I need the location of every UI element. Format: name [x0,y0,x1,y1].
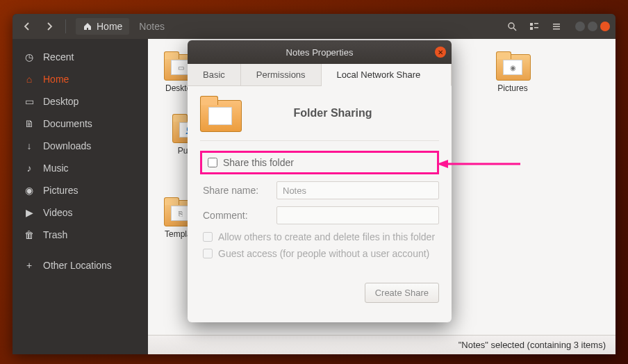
annotation-highlight: Share this folder [200,151,439,174]
svg-rect-5 [534,27,538,28]
comment-label: Comment: [203,210,270,221]
svg-rect-6 [553,24,560,25]
svg-rect-7 [553,26,560,28]
forward-button[interactable] [40,17,58,35]
statusbar: "Notes" selected (containing 3 items) [148,335,615,354]
home-icon: ⌂ [24,74,35,85]
search-button[interactable] [503,17,521,35]
hamburger-icon [552,22,561,31]
breadcrumb-notes[interactable]: Notes [132,18,172,35]
svg-line-1 [513,28,516,31]
breadcrumb-home[interactable]: Home [76,18,129,35]
svg-rect-3 [534,23,538,24]
plus-icon: + [24,260,35,271]
dialog-button-row: Create Share [200,283,439,303]
music-icon: ♪ [24,163,35,174]
desktop-icon: ▭ [24,96,35,107]
trash-icon: 🗑 [24,229,35,240]
download-icon: ↓ [24,140,35,151]
divider [200,140,439,141]
dialog-titlebar: Notes Properties ✕ [188,40,452,64]
minimize-button[interactable] [575,22,585,31]
guest-access-row: Guest access (for people without a user … [200,248,439,259]
sidebar-item-documents[interactable]: 🗎Documents [13,113,148,135]
document-icon: 🗎 [24,118,35,129]
annotation-arrow-icon [437,157,520,171]
sidebar-item-downloads[interactable]: ↓Downloads [13,135,148,157]
allow-others-row: Allow others to create and delete files … [200,231,439,242]
maximize-button[interactable] [588,22,597,31]
view-toggle-button[interactable] [525,17,543,35]
share-name-input[interactable] [276,181,439,199]
sidebar-item-pictures[interactable]: ◉Pictures [13,179,148,201]
svg-rect-8 [553,28,560,30]
svg-rect-4 [530,27,533,30]
list-icon [529,22,539,31]
breadcrumb: Home Notes [76,18,172,35]
dialog-title: Notes Properties [286,47,354,58]
sidebar-item-desktop[interactable]: ▭Desktop [13,90,148,113]
sidebar-item-other-locations[interactable]: +Other Locations [13,254,148,276]
allow-others-checkbox[interactable] [203,232,213,242]
sidebar-item-videos[interactable]: ▶Videos [13,201,148,224]
titlebar-right [503,17,610,35]
titlebar: Home Notes [13,14,615,39]
window-close-button[interactable] [600,22,610,31]
folder-item[interactable]: ◉ Pictures [488,51,537,93]
sidebar-item-music[interactable]: ♪Music [13,157,148,179]
allow-others-label: Allow others to create and delete files … [218,231,435,242]
sidebar-item-home[interactable]: ⌂Home [13,68,148,90]
create-share-button[interactable]: Create Share [365,283,439,303]
share-this-folder-label: Share this folder [223,157,294,168]
dialog-header: Folder Sharing [200,96,439,131]
menu-button[interactable] [547,17,565,35]
back-button[interactable] [18,17,36,35]
divider [65,19,66,33]
share-name-label: Share name: [203,185,270,196]
properties-dialog: Notes Properties ✕ Basic Permissions Loc… [188,40,452,322]
sidebar-item-trash[interactable]: 🗑Trash [13,224,148,246]
breadcrumb-home-label: Home [97,21,122,32]
tab-basic[interactable]: Basic [188,64,241,85]
share-this-folder-checkbox[interactable] [208,158,217,167]
window-controls [575,22,610,31]
sidebar: ◷Recent ⌂Home ▭Desktop 🗎Documents ↓Downl… [13,39,148,354]
tab-local-network-share[interactable]: Local Network Share [322,64,452,86]
pictures-icon: ◉ [24,185,35,196]
guest-access-checkbox[interactable] [203,249,213,258]
clock-icon: ◷ [24,51,35,63]
dialog-heading: Folder Sharing [254,107,439,119]
sidebar-item-recent[interactable]: ◷Recent [13,46,148,68]
comment-row: Comment: [200,206,439,224]
dialog-close-button[interactable]: ✕ [435,47,446,58]
folder-icon: ◉ [496,51,529,79]
guest-access-label: Guest access (for people without a user … [218,248,429,259]
tab-permissions[interactable]: Permissions [241,64,322,85]
dialog-tabs: Basic Permissions Local Network Share [188,64,452,86]
svg-point-0 [509,23,514,28]
folder-large-icon [200,96,240,131]
svg-rect-2 [530,23,533,26]
comment-input[interactable] [276,206,439,224]
search-icon [507,22,517,31]
dialog-body: Folder Sharing Share this folder Share n… [188,86,452,322]
home-icon [83,22,92,31]
svg-marker-10 [437,160,448,168]
share-name-row: Share name: [200,181,439,199]
videos-icon: ▶ [24,207,35,218]
